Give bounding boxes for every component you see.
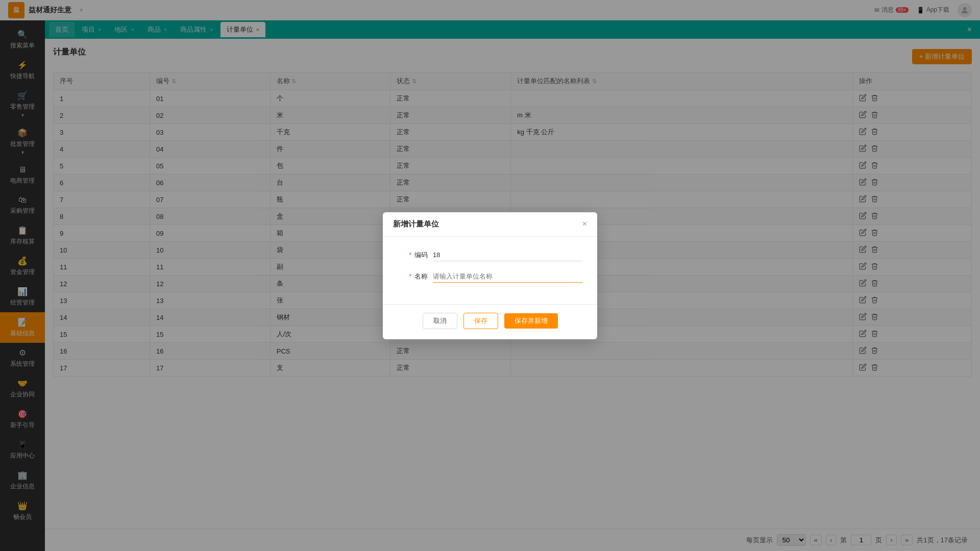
modal-overlay[interactable]: 新增计量单位 × * 编码 * 名称 取消 保存 保存并新增 xyxy=(0,0,980,551)
modal-footer: 取消 保存 保存并新增 xyxy=(383,304,597,339)
cancel-button[interactable]: 取消 xyxy=(423,313,457,329)
modal-body: * 编码 * 名称 xyxy=(383,237,597,304)
code-input[interactable] xyxy=(433,249,583,261)
required-mark: * xyxy=(409,251,411,259)
form-row-name: * 名称 xyxy=(397,270,583,283)
modal-header: 新增计量单位 × xyxy=(383,212,597,237)
modal-title: 新增计量单位 xyxy=(393,219,439,229)
required-mark: * xyxy=(409,272,411,280)
name-input[interactable] xyxy=(433,270,583,283)
modal-close-btn[interactable]: × xyxy=(582,219,587,229)
modal-dialog: 新增计量单位 × * 编码 * 名称 取消 保存 保存并新增 xyxy=(383,212,597,339)
save-button[interactable]: 保存 xyxy=(463,313,498,329)
code-label: * 编码 xyxy=(397,251,428,260)
form-row-code: * 编码 xyxy=(397,249,583,261)
save-and-new-button[interactable]: 保存并新增 xyxy=(504,313,558,329)
name-label: * 名称 xyxy=(397,272,428,281)
